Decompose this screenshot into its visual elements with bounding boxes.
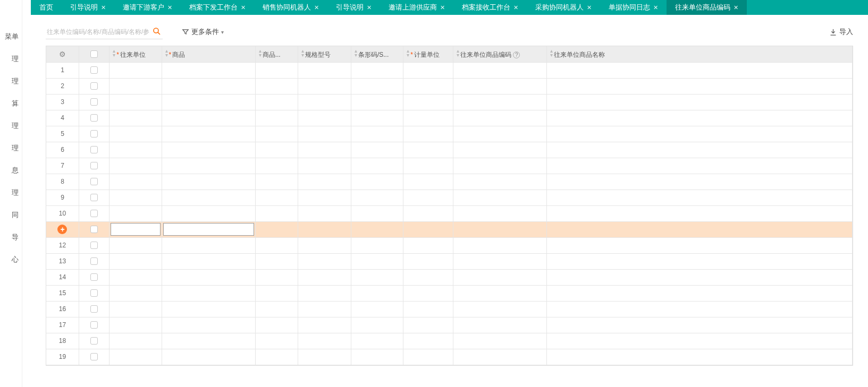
cell-ucode[interactable] [453,78,547,94]
cell-spec[interactable] [298,237,351,253]
cell-uom[interactable] [403,94,453,110]
cell-prod[interactable] [162,269,255,285]
cell-spec[interactable] [298,349,351,365]
cell-pinfo[interactable] [255,333,298,349]
close-icon[interactable]: ✕ [734,4,738,11]
cell-unit[interactable] [109,285,162,301]
table-row[interactable]: 14 [46,269,853,285]
table-row[interactable]: 17 [46,317,853,333]
cell-uname[interactable] [547,126,853,142]
gear-icon[interactable]: ⚙ [59,50,66,58]
cell-uname[interactable] [547,94,853,110]
table-row[interactable]: 2 [46,78,853,94]
cell-ucode[interactable] [453,126,547,142]
cell-pinfo[interactable] [255,317,298,333]
cell-bar[interactable] [351,349,403,365]
cell-bar[interactable] [351,253,403,269]
cell-ucode[interactable] [453,237,547,253]
cell-uname[interactable] [547,110,853,126]
cell-prod[interactable] [162,253,255,269]
cell-unit[interactable] [109,205,162,221]
cell-uom[interactable] [403,285,453,301]
cell-unit[interactable] [109,62,162,78]
cell-bar[interactable] [351,142,403,158]
cell-uname[interactable] [547,174,853,190]
cell-bar[interactable] [351,301,403,317]
cell-ucode[interactable] [453,269,547,285]
row-checkbox[interactable] [90,226,98,233]
cell-spec[interactable] [298,62,351,78]
cell-unit[interactable] [109,110,162,126]
cell-spec[interactable] [298,110,351,126]
cell-pinfo[interactable] [255,301,298,317]
cell-uname[interactable] [547,205,853,221]
cell-pinfo[interactable] [255,237,298,253]
cell-ucode[interactable] [453,349,547,365]
cell-ucode[interactable] [453,221,547,237]
cell-ucode[interactable] [453,205,547,221]
tab-3[interactable]: 档案下发工作台✕ [181,0,254,15]
table-row[interactable]: 16 [46,301,853,317]
cell-bar[interactable] [351,205,403,221]
help-icon[interactable]: ? [513,51,520,58]
cell-prod[interactable] [162,94,255,110]
table-row[interactable]: 6 [46,142,853,158]
cell-ucode[interactable] [453,94,547,110]
row-checkbox[interactable] [90,178,98,185]
cell-unit[interactable] [109,333,162,349]
cell-unit[interactable] [109,78,162,94]
cell-bar[interactable] [351,110,403,126]
cell-prod[interactable] [162,62,255,78]
cell-pinfo[interactable] [255,174,298,190]
cell-bar[interactable] [351,333,403,349]
table-row[interactable]: 13 [46,253,853,269]
cell-uom[interactable] [403,253,453,269]
cell-ucode[interactable] [453,301,547,317]
tab-6[interactable]: 邀请上游供应商✕ [380,0,453,15]
sidebar-item[interactable] [0,271,22,293]
cell-uname[interactable] [547,301,853,317]
cell-bar[interactable] [351,237,403,253]
cell-unit[interactable] [109,237,162,253]
cell-uname[interactable] [547,285,853,301]
cell-unit[interactable] [109,174,162,190]
row-checkbox[interactable] [90,289,98,297]
close-icon[interactable]: ✕ [241,4,246,11]
table-row[interactable]: 3 [46,94,853,110]
col-pinfo[interactable]: ▴▾商品... [255,46,298,62]
table-row[interactable]: 18 [46,333,853,349]
row-checkbox[interactable] [90,353,98,360]
table-row[interactable]: 8 [46,174,853,190]
cell-bar[interactable] [351,269,403,285]
search-icon[interactable] [152,27,162,36]
row-checkbox[interactable] [90,194,98,201]
cell-uom[interactable] [403,110,453,126]
row-checkbox[interactable] [90,337,98,345]
cell-ucode[interactable] [453,285,547,301]
cell-prod[interactable] [162,110,255,126]
tab-2[interactable]: 邀请下游客户✕ [114,0,181,15]
row-checkbox[interactable] [90,242,98,249]
cell-spec[interactable] [298,158,351,174]
cell-pinfo[interactable] [255,158,298,174]
sort-icon[interactable]: ▴▾ [113,49,115,57]
close-icon[interactable]: ✕ [367,4,372,11]
close-icon[interactable]: ✕ [314,4,319,11]
col-unit[interactable]: ▴▾*往来单位 [109,46,162,62]
tab-4[interactable]: 销售协同机器人✕ [254,0,327,15]
cell-uom[interactable] [403,190,453,205]
cell-pinfo[interactable] [255,142,298,158]
col-spec[interactable]: ▴▾规格型号 [298,46,351,62]
add-row-button[interactable]: + [57,225,67,234]
cell-uname[interactable] [547,142,853,158]
tab-8[interactable]: 采购协同机器人✕ [527,0,600,15]
cell-uname[interactable] [547,190,853,205]
cell-spec[interactable] [298,78,351,94]
cell-spec[interactable] [298,94,351,110]
cell-bar[interactable] [351,190,403,205]
cell-uname[interactable] [547,78,853,94]
row-checkbox[interactable] [90,146,98,153]
cell-spec[interactable] [298,142,351,158]
close-icon[interactable]: ✕ [167,4,172,11]
row-checkbox[interactable] [90,98,98,106]
